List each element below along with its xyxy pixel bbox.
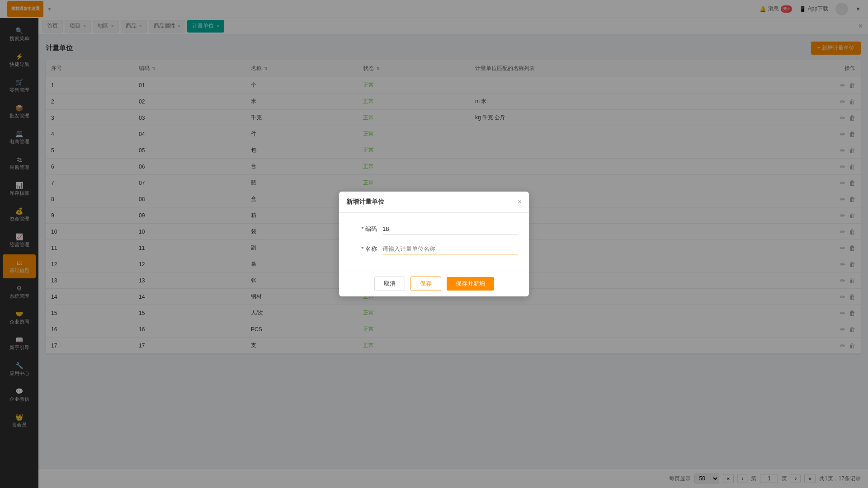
form-name-label: * 名称	[350, 245, 377, 253]
modal-footer: 取消 保存 保存并新增	[339, 271, 529, 296]
form-code-input[interactable]	[382, 224, 518, 235]
save-new-button[interactable]: 保存并新增	[447, 277, 494, 291]
modal-close-button[interactable]: ×	[518, 198, 522, 206]
save-button[interactable]: 保存	[410, 277, 441, 291]
modal-overlay: 新增计量单位 × * 编码 * 名称 取消 保存 保存并新增	[0, 0, 868, 488]
modal-header: 新增计量单位 ×	[339, 192, 529, 213]
cancel-button[interactable]: 取消	[374, 277, 405, 291]
modal-title: 新增计量单位	[346, 198, 384, 206]
modal-body: * 编码 * 名称	[339, 213, 529, 271]
form-name-input[interactable]	[382, 244, 518, 254]
form-item-name: * 名称	[350, 244, 518, 254]
form-code-label: * 编码	[350, 225, 377, 233]
form-item-code: * 编码	[350, 224, 518, 235]
add-unit-modal: 新增计量单位 × * 编码 * 名称 取消 保存 保存并新增	[339, 192, 529, 296]
